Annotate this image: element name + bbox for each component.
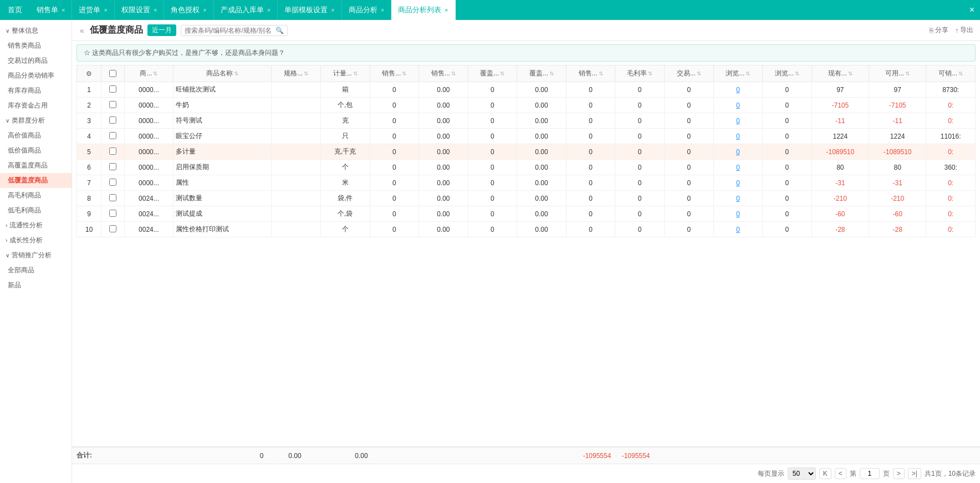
row-checkbox[interactable] (109, 194, 116, 201)
row-checkbox-cell[interactable] (101, 175, 124, 191)
sidebar-item-有库存商品[interactable]: 有库存商品 (0, 83, 72, 98)
row-checkbox-cell[interactable] (101, 82, 124, 98)
row-browse1[interactable]: 0 (713, 113, 763, 129)
close-all-tabs[interactable]: × (964, 5, 980, 15)
row-sales-amt: 0.00 (419, 206, 468, 222)
nav-tab-权限设置[interactable]: 权限设置 × (115, 0, 164, 20)
page-number-input[interactable] (860, 468, 880, 479)
nav-tab-单据模板设置[interactable]: 单据模板设置 × (278, 0, 341, 20)
sidebar-item-高毛利商品[interactable]: 高毛利商品 (0, 188, 72, 203)
sidebar-item-全部商品[interactable]: 全部商品 (0, 263, 72, 278)
row-browse1[interactable]: 0 (713, 175, 763, 191)
last-page-button[interactable]: >| (908, 468, 921, 479)
row-browse1[interactable]: 0 (713, 144, 763, 160)
col-checkbox[interactable] (101, 65, 124, 82)
row-checkbox[interactable] (109, 210, 116, 217)
col-trade[interactable]: 交易...⇅ (664, 65, 713, 82)
row-browse1[interactable]: 0 (713, 222, 763, 237)
nav-home[interactable]: 首页 (0, 5, 30, 15)
col-settings[interactable]: ⚙ (77, 65, 101, 82)
share-button[interactable]: ⎘ 分享 (930, 26, 948, 35)
row-checkbox[interactable] (109, 148, 116, 155)
col-current-stock[interactable]: 现有...⇅ (811, 65, 869, 82)
row-checkbox-cell[interactable] (101, 160, 124, 175)
col-available-stock[interactable]: 可用...⇅ (869, 65, 926, 82)
row-checkbox[interactable] (109, 163, 116, 170)
sidebar-item-库存资金占用[interactable]: 库存资金占用 (0, 98, 72, 113)
select-all-checkbox[interactable] (109, 70, 116, 77)
sidebar-section-流通性分析[interactable]: › 流通性分析 (0, 218, 72, 233)
nav-tab-销售单[interactable]: 销售单 × (30, 0, 72, 20)
sidebar-item-交易过的商品[interactable]: 交易过的商品 (0, 53, 72, 68)
row-checkbox-cell[interactable] (101, 191, 124, 206)
close-tab-单据模板设置[interactable]: × (331, 7, 334, 13)
sidebar-item-商品分类动销率[interactable]: 商品分类动销率 (0, 68, 72, 83)
nav-tab-商品分析列表[interactable]: 商品分析列表 × (391, 0, 455, 20)
row-browse1[interactable]: 0 (713, 206, 763, 222)
col-cover-count[interactable]: 覆盖...⇅ (468, 65, 517, 82)
col-code[interactable]: 商...⇅ (124, 65, 173, 82)
row-name: 符号测试 (173, 113, 272, 129)
sidebar-item-高价值商品[interactable]: 高价值商品 (0, 128, 72, 143)
close-tab-商品分析列表[interactable]: × (445, 7, 448, 13)
row-checkbox[interactable] (109, 225, 116, 232)
close-tab-权限设置[interactable]: × (154, 7, 157, 13)
row-checkbox-cell[interactable] (101, 206, 124, 222)
sidebar-item-高覆盖度商品[interactable]: 高覆盖度商品 (0, 158, 72, 173)
col-saleable[interactable]: 可销...⇅ (926, 65, 976, 82)
close-tab-商品分析[interactable]: × (381, 7, 384, 13)
col-sales-count[interactable]: 销售...⇅ (566, 65, 615, 82)
sidebar-item-低毛利商品[interactable]: 低毛利商品 (0, 203, 72, 218)
first-page-button[interactable]: K (819, 468, 831, 479)
col-browse2[interactable]: 浏览...⇅ (763, 65, 812, 82)
row-checkbox[interactable] (109, 101, 116, 108)
col-sales-qty[interactable]: 销售...⇅ (370, 65, 419, 82)
nav-tab-角色授权[interactable]: 角色授权 × (164, 0, 213, 20)
col-browse1[interactable]: 浏览...⇅ (713, 65, 763, 82)
row-browse1[interactable]: 0 (713, 98, 763, 113)
close-tab-角色授权[interactable]: × (203, 7, 206, 13)
row-checkbox-cell[interactable] (101, 144, 124, 160)
sidebar-section-类群度分析[interactable]: ∨ 类群度分析 (0, 113, 72, 128)
col-spec[interactable]: 规格...⇅ (272, 65, 321, 82)
sidebar-item-低价值商品[interactable]: 低价值商品 (0, 143, 72, 158)
row-browse1[interactable]: 0 (713, 129, 763, 144)
next-page-button[interactable]: > (893, 468, 905, 479)
collapse-sidebar-button[interactable]: « (79, 25, 85, 36)
nav-tab-商品分析[interactable]: 商品分析 × (342, 0, 391, 20)
col-gross-rate[interactable]: 毛利率⇅ (615, 65, 665, 82)
col-sales-amt[interactable]: 销售...⇅ (419, 65, 468, 82)
col-cover-rate[interactable]: 覆盖...⇅ (517, 65, 566, 82)
row-browse1[interactable]: 0 (713, 160, 763, 175)
page-size-select[interactable]: 50 20 100 200 (788, 467, 816, 480)
sidebar-item-新品[interactable]: 新品 (0, 278, 72, 293)
sort-icon-current-stock: ⇅ (848, 70, 853, 77)
sidebar-item-销售类商品[interactable]: 销售类商品 (0, 38, 72, 53)
close-tab-产成品入库单[interactable]: × (267, 7, 270, 13)
row-checkbox-cell[interactable] (101, 113, 124, 129)
row-checkbox-cell[interactable] (101, 129, 124, 144)
row-checkbox[interactable] (109, 132, 116, 139)
nav-tab-产成品入库单[interactable]: 产成品入库单 × (214, 0, 278, 20)
sidebar-section-成长性分析[interactable]: › 成长性分析 (0, 233, 72, 248)
row-checkbox-cell[interactable] (101, 222, 124, 237)
sidebar-item-低覆盖度商品[interactable]: 低覆盖度商品 (0, 173, 72, 188)
row-checkbox[interactable] (109, 116, 116, 124)
period-button[interactable]: 近一月 (147, 24, 176, 36)
export-button[interactable]: ↑ 导出 (955, 26, 973, 35)
row-checkbox[interactable] (109, 85, 116, 93)
row-sales-qty: 0 (370, 191, 419, 206)
close-tab-销售单[interactable]: × (62, 7, 65, 13)
nav-tab-进货单[interactable]: 进货单 × (72, 0, 114, 20)
row-checkbox-cell[interactable] (101, 98, 124, 113)
col-name[interactable]: 商品名称⇅ (173, 65, 272, 82)
row-browse1[interactable]: 0 (713, 82, 763, 98)
row-checkbox[interactable] (109, 179, 116, 186)
prev-page-button[interactable]: < (835, 468, 846, 479)
search-input[interactable] (185, 27, 273, 34)
col-unit[interactable]: 计量...⇅ (320, 65, 370, 82)
close-tab-进货单[interactable]: × (104, 7, 107, 13)
row-browse1[interactable]: 0 (713, 191, 763, 206)
sidebar-section-营销推广分析[interactable]: ∨ 营销推广分析 (0, 248, 72, 263)
sidebar-section-整体信息[interactable]: ∨ 整体信息 (0, 23, 72, 38)
